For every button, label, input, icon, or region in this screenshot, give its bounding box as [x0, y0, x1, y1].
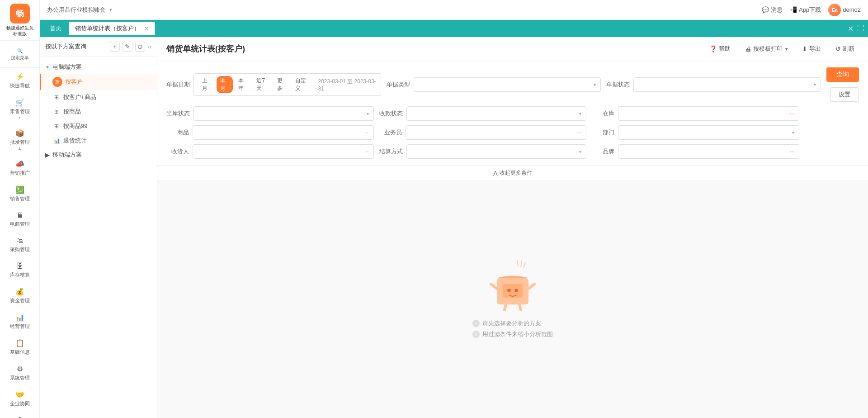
order-status-control[interactable]: ▾	[633, 77, 821, 92]
edit-scheme-button[interactable]: ✎	[123, 42, 132, 52]
salesperson-control[interactable]: ···	[406, 125, 587, 140]
sidebar-item-ecommerce[interactable]: 🖥 电商管理	[0, 207, 39, 232]
collect-status-label: 收款状态	[379, 109, 403, 118]
salesperson-ellipsis-button[interactable]: ···	[577, 129, 581, 136]
svg-line-8	[528, 284, 534, 289]
department-label: 部门	[592, 128, 614, 137]
collect-status-control[interactable]: ▾	[406, 106, 587, 121]
export-button[interactable]: ⬇ 导出	[797, 43, 826, 55]
refresh-button[interactable]: ↺ 刷新	[831, 43, 859, 55]
receiver-ellipsis-button[interactable]: ···	[364, 148, 369, 155]
sidebar-item-purchase[interactable]: 🛍 采购管理	[0, 232, 39, 257]
svg-point-5	[507, 289, 511, 292]
svg-point-6	[514, 289, 518, 292]
out-status-label: 出库状态	[166, 109, 190, 118]
username-label: demo2	[843, 6, 861, 13]
operation-icon: 📊	[15, 313, 24, 322]
quick-nav-icon: ⚡	[15, 72, 24, 81]
receiver-control[interactable]: ···	[193, 144, 374, 159]
sidebar-item-system[interactable]: ⚙ 系统管理	[0, 360, 39, 386]
message-button[interactable]: 💬 消息	[762, 6, 783, 14]
date-tab-this-month[interactable]: 本月	[217, 76, 233, 93]
print-button[interactable]: 🖨 按模板打印 ▾	[741, 43, 792, 55]
by-goods-icon: ⊞	[52, 108, 61, 116]
more-scheme-button[interactable]: ⊙	[135, 42, 145, 52]
warehouse-field: 仓库 ···	[592, 106, 799, 121]
sidebar-item-quick-nav[interactable]: ⚡ 快捷导航	[0, 68, 39, 94]
warehouse-ellipsis-button[interactable]: ···	[790, 110, 794, 117]
search-menu-item[interactable]: 🔍 搜索菜单	[3, 44, 37, 64]
sidebar-logo[interactable]: 畅 畅捷通好生意标准版	[0, 0, 39, 41]
user-profile-button[interactable]: Ea demo2	[828, 4, 861, 16]
desktop-toggle-icon: ▼	[45, 65, 50, 70]
order-type-control[interactable]: ▾	[414, 77, 601, 92]
sidebar-item-marketing[interactable]: 📣 营销推广	[0, 155, 39, 181]
date-tab-more[interactable]: 更多	[274, 76, 290, 93]
sidebar-item-inventory[interactable]: 🗄 库存核算	[0, 257, 39, 283]
goods-control[interactable]: ···	[193, 125, 374, 140]
date-tab-last-month[interactable]: 上月	[198, 76, 215, 93]
date-tab-this-year[interactable]: 本年	[235, 76, 251, 93]
sidebar-item-finance[interactable]: 💰 资金管理	[0, 283, 39, 309]
sidebar-item-sales[interactable]: 💹 销售管理	[0, 181, 39, 207]
desktop-group: ▼ 电脑端方案 按 按客户 ⊞ 按客户+商品 ⊞ 按商品	[40, 60, 157, 148]
tab-maximize-button[interactable]: ⛶	[857, 24, 864, 33]
goods-ellipsis-button[interactable]: ···	[364, 129, 369, 136]
filter-area: 单据日期 上月 本月 本年 近7天 更多 自定义	[157, 61, 868, 166]
search-label: 搜索菜单	[11, 55, 29, 61]
brand-control[interactable]: ···	[618, 144, 799, 159]
date-tab-custom[interactable]: 自定义	[292, 76, 312, 93]
sidebar-item-wholesale[interactable]: 📦 批发管理 ▲	[0, 124, 39, 155]
help-button[interactable]: ❓ 帮助	[705, 43, 735, 55]
tree-item-refund-stats[interactable]: 📊 退货统计	[40, 133, 157, 148]
tab-close-all-button[interactable]: ✕	[848, 24, 854, 33]
receiver-field: 收货人 ···	[166, 144, 374, 159]
collapse-panel-button[interactable]: «	[148, 43, 151, 50]
date-tab-7days[interactable]: 近7天	[253, 76, 272, 93]
tree-item-by-customer-goods[interactable]: ⊞ 按客户+商品	[40, 90, 157, 104]
empty-hints: 1 请先选择要分析的方案 2 用过滤条件来缩小分析范围	[472, 319, 553, 341]
date-tabs: 上月 本月 本年 近7天 更多 自定义	[198, 76, 313, 93]
query-button[interactable]: 查询	[826, 67, 859, 82]
breadcrumb-dropdown-icon[interactable]: ▾	[109, 7, 112, 13]
logo-text: 畅捷通好生意标准版	[6, 25, 33, 37]
basic-icon: 📋	[15, 339, 24, 347]
topbar-right: 💬 消息 📲 App下载 Ea demo2	[762, 4, 861, 16]
main-area: 办公用品行业模拟账套 ▾ 💬 消息 📲 App下载 Ea demo2 首页 销货…	[40, 0, 868, 418]
sidebar-item-basic[interactable]: 📋 基础信息	[0, 334, 39, 360]
search-icon: 🔍	[17, 48, 23, 53]
tab-home[interactable]: 首页	[43, 22, 68, 35]
out-status-control[interactable]: ▾	[193, 106, 374, 121]
sidebar-item-cooperation[interactable]: 🤝 企业协同	[0, 386, 39, 412]
salesperson-field: 业务员 ···	[379, 125, 587, 140]
sidebar-item-retail[interactable]: 🛒 零售管理 ▾	[0, 94, 39, 124]
sidebar-item-newbie[interactable]: 🎓 新手引导	[0, 412, 39, 418]
desktop-group-header[interactable]: ▼ 电脑端方案	[40, 60, 157, 74]
basic-label: 基础信息	[10, 349, 30, 356]
department-dropdown-icon: ▾	[792, 130, 794, 135]
tree-item-by-customer[interactable]: 按 按客户	[40, 74, 157, 90]
warehouse-control[interactable]: ···	[618, 106, 799, 121]
date-control[interactable]: 上月 本月 本年 近7天 更多 自定义 2023-03-01 至 2023-03…	[193, 73, 381, 96]
app-download-icon: 📲	[790, 6, 797, 13]
add-scheme-button[interactable]: +	[110, 42, 120, 52]
department-control[interactable]: ▾	[618, 125, 799, 140]
settlement-control[interactable]: ▾	[406, 144, 587, 159]
tab-report[interactable]: 销货单统计表（按客户） ✕	[69, 22, 155, 35]
brand-ellipsis-button[interactable]: ···	[790, 148, 794, 155]
tab-close-button[interactable]: ✕	[144, 25, 149, 32]
sidebar-item-operation[interactable]: 📊 经营管理	[0, 309, 39, 334]
mobile-group-header[interactable]: ▶ 移动端方案	[40, 148, 157, 162]
svg-line-9	[505, 304, 506, 310]
wholesale-icon: 📦	[15, 129, 24, 138]
app-download-button[interactable]: 📲 App下载	[790, 6, 821, 14]
order-status-label: 单据状态	[606, 81, 630, 89]
settings-button[interactable]: 设置	[830, 87, 859, 102]
tree-item-by-goods-99[interactable]: ⊞ 按商品99	[40, 119, 157, 133]
collapse-more-bar[interactable]: ⋀ 收起更多条件	[157, 166, 868, 181]
salesperson-label: 业务员	[379, 128, 402, 137]
finance-icon: 💰	[15, 287, 24, 296]
tree-item-by-goods[interactable]: ⊞ 按商品	[40, 104, 157, 119]
right-main: 销货单统计表(按客户) ❓ 帮助 🖨 按模板打印 ▾ ⬇ 导出	[157, 37, 868, 418]
by-goods-label: 按商品	[63, 108, 81, 116]
